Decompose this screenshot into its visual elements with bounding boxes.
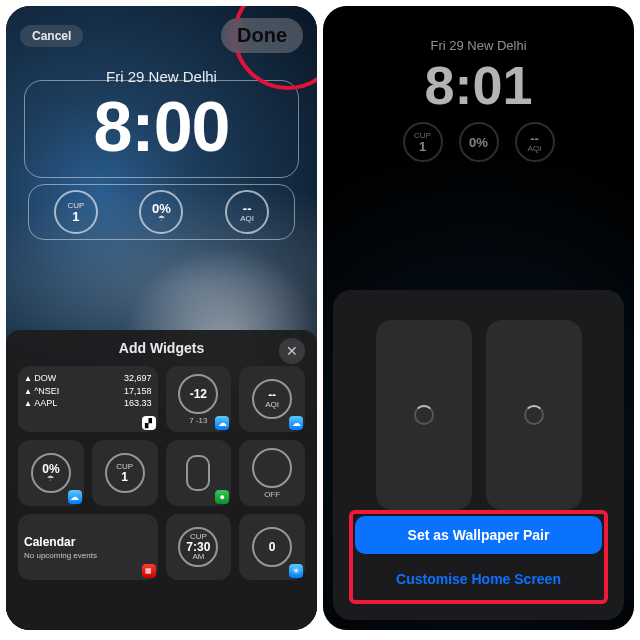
editor-topbar: Cancel Done (6, 18, 317, 53)
tz-label: CUP (116, 463, 133, 471)
widget-grid: DOW32,697 ^NSEI17,158 AAPL163.33 ▞ -12 7… (18, 366, 305, 580)
loading-spinner-icon (524, 405, 544, 425)
umbrella-icon: ☂ (158, 215, 165, 223)
widget-row[interactable]: CUP 1 0% ☂ -- AQI (28, 184, 295, 240)
widget-value: 1 (419, 140, 426, 153)
aqi-label: AQI (265, 401, 279, 409)
widget-rain[interactable]: 0% ☂ (139, 190, 183, 234)
widget-label: AQI (240, 215, 254, 223)
widget-aqi: -- AQI (515, 122, 555, 162)
widget-tile-worldclock[interactable]: CUP 1 (92, 440, 158, 506)
homescreen-preview[interactable] (486, 320, 582, 510)
widget-value: -- (243, 202, 252, 215)
alarm-ampm: AM (192, 553, 204, 561)
widget-label: CUP (414, 132, 431, 140)
widget-tile-rain[interactable]: 0% ☂ ☁ (18, 440, 84, 506)
gauge-icon: 0 (252, 527, 292, 567)
widget-tile-alarm-toggle[interactable]: OFF (239, 440, 305, 506)
clock-face-icon: CUP 1 (105, 453, 145, 493)
preview-row (349, 312, 608, 510)
tz-value: 1 (121, 471, 128, 483)
widget-row: CUP 1 0% -- AQI (323, 122, 634, 162)
widget-tile-calendar[interactable]: Calendar No upcoming events ▦ (18, 514, 158, 580)
widget-rain: 0% (459, 122, 499, 162)
widget-value: -- (530, 132, 539, 145)
widget-tile-aqi[interactable]: -- AQI ☁ (239, 366, 305, 432)
widget-value: 1 (72, 210, 79, 223)
widget-label: AQI (528, 145, 542, 153)
alarm-icon: CUP 7:30 AM (178, 527, 218, 567)
weather-app-icon: ☀ (289, 564, 303, 578)
temp-range: 7 -13 (189, 416, 207, 425)
confirm-sheet: Set as Wallpaper Pair Customise Home Scr… (333, 290, 624, 620)
zero-value: 0 (269, 541, 276, 553)
widget-tile-next-alarm[interactable]: CUP 7:30 AM (166, 514, 232, 580)
phone-outline-icon (186, 455, 210, 491)
sheet-header: Add Widgets ✕ (18, 340, 305, 356)
temp-value: -12 (190, 388, 207, 400)
clock: 8:01 (323, 54, 634, 116)
add-widgets-sheet: Add Widgets ✕ DOW32,697 ^NSEI17,158 AAPL… (6, 330, 317, 630)
widget-clock-cup[interactable]: CUP 1 (54, 190, 98, 234)
umbrella-icon: ☂ (47, 475, 54, 483)
weather-app-icon: ☁ (68, 490, 82, 504)
done-button[interactable]: Done (221, 18, 303, 53)
calendar-subtitle: No upcoming events (24, 551, 97, 560)
widget-tile-sun[interactable]: 0 ☀ (239, 514, 305, 580)
off-label: OFF (264, 490, 280, 499)
stock-row: AAPL163.33 (24, 397, 152, 410)
widget-value: 0% (152, 202, 171, 215)
widget-tile-findmy[interactable]: ● (166, 440, 232, 506)
clock-widget[interactable]: 8:00 (24, 80, 299, 178)
close-icon[interactable]: ✕ (279, 338, 305, 364)
gauge-icon: -- AQI (252, 379, 292, 419)
gauge-icon: -12 (178, 374, 218, 414)
stock-row: ^NSEI17,158 (24, 385, 152, 398)
date-location: Fri 29 New Delhi (323, 38, 634, 53)
lockscreen-editor: Cancel Done Fri 29 New Delhi 8:00 CUP 1 … (6, 6, 317, 630)
weather-app-icon: ☁ (289, 416, 303, 430)
stocks-app-icon: ▞ (142, 416, 156, 430)
lockscreen-preview[interactable] (376, 320, 472, 510)
stock-row: DOW32,697 (24, 372, 152, 385)
calendar-title: Calendar (24, 535, 75, 549)
widget-tile-temperature[interactable]: -12 7 -13 ☁ (166, 366, 232, 432)
widget-label: CUP (67, 202, 84, 210)
loading-spinner-icon (414, 405, 434, 425)
calendar-app-icon: ▦ (142, 564, 156, 578)
gauge-icon: 0% ☂ (31, 453, 71, 493)
set-wallpaper-pair-button[interactable]: Set as Wallpaper Pair (355, 516, 602, 554)
widget-value: 0% (469, 136, 488, 149)
highlight-box: Set as Wallpaper Pair Customise Home Scr… (349, 510, 608, 604)
widget-clock-cup: CUP 1 (403, 122, 443, 162)
cancel-button[interactable]: Cancel (20, 25, 83, 47)
lockscreen-confirm: Fri 29 New Delhi 8:01 CUP 1 0% -- AQI Se… (323, 6, 634, 630)
clock-face-icon (252, 448, 292, 488)
sheet-title: Add Widgets (119, 340, 204, 356)
tz-label: CUP (190, 533, 207, 541)
widget-aqi[interactable]: -- AQI (225, 190, 269, 234)
customise-home-screen-button[interactable]: Customise Home Screen (355, 560, 602, 598)
findmy-app-icon: ● (215, 490, 229, 504)
weather-app-icon: ☁ (215, 416, 229, 430)
widget-tile-stocks[interactable]: DOW32,697 ^NSEI17,158 AAPL163.33 ▞ (18, 366, 158, 432)
